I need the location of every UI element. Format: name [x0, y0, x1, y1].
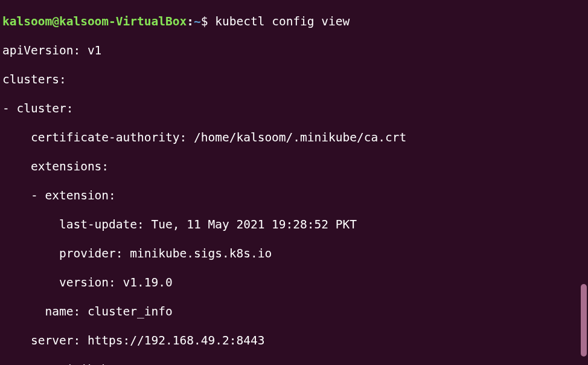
output-line: version: v1.19.0: [2, 276, 586, 290]
output-line: last-update: Tue, 11 May 2021 19:28:52 P…: [2, 218, 586, 232]
output-line: name: cluster_info: [2, 305, 586, 319]
prompt-path: ~: [194, 15, 201, 28]
output-line: certificate-authority: /home/kalsoom/.mi…: [2, 131, 586, 145]
command-text: kubectl config view: [215, 15, 350, 28]
output-line: extensions:: [2, 160, 586, 174]
output-line: clusters:: [2, 73, 586, 87]
output-line: - cluster:: [2, 102, 586, 116]
prompt-colon: :: [187, 15, 194, 28]
scrollbar-track[interactable]: [580, 0, 588, 365]
output-line: apiVersion: v1: [2, 44, 586, 58]
output-line: - extension:: [2, 189, 586, 203]
output-line: name: minikube: [2, 363, 586, 365]
terminal-output[interactable]: kalsoom@kalsoom-VirtualBox:~$ kubectl co…: [0, 0, 588, 365]
output-line: server: https://192.168.49.2:8443: [2, 334, 586, 348]
scrollbar-thumb[interactable]: [581, 284, 587, 357]
prompt-user-host: kalsoom@kalsoom-VirtualBox: [2, 15, 187, 28]
prompt-line: kalsoom@kalsoom-VirtualBox:~$ kubectl co…: [2, 15, 586, 29]
prompt-dollar: $: [201, 15, 215, 28]
output-line: provider: minikube.sigs.k8s.io: [2, 247, 586, 261]
